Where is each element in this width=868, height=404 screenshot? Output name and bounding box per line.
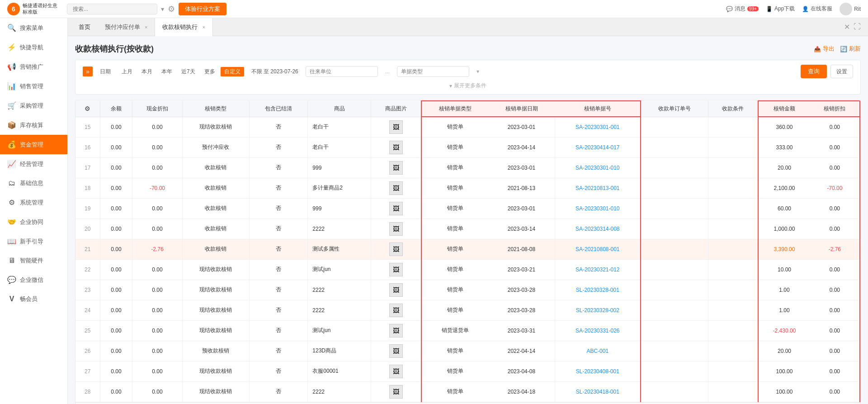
table-row: 25 0.00 0.00 现结收款核销 否 测试jun 🖼 销货退货单 2023… (75, 320, 860, 341)
sidebar-item-finance[interactable]: 💰 资金管理 (0, 135, 67, 154)
voucher-no-cell[interactable]: SA-20230301-001 (555, 117, 641, 137)
receipt-no-cell (641, 117, 708, 137)
col-discount: 核销折扣 (810, 101, 860, 117)
date-option-last-month[interactable]: 上月 (118, 67, 136, 76)
date-option-7days[interactable]: 近7天 (178, 67, 199, 76)
voucher-no-cell[interactable]: SL-20230328-002 (555, 300, 641, 320)
included-cell: 否 (250, 300, 308, 320)
included-cell: 否 (250, 320, 308, 341)
date-options: 上月 本月 本年 近7天 更多 自定义 (118, 67, 244, 76)
maximize-icon[interactable]: ⛶ (854, 23, 861, 31)
sidebar-item-search[interactable]: 🔍 搜索菜单 (0, 18, 67, 38)
row-id: 21 (75, 239, 100, 259)
table-row: 24 0.00 0.00 现结收款核销 否 2222 🖼 销货单 2023-03… (75, 300, 860, 320)
voucher-no-cell[interactable]: SA-20230414-017 (555, 137, 641, 157)
voucher-no-cell[interactable]: SA-20230301-010 (555, 198, 641, 219)
row-id: 19 (75, 198, 100, 219)
goods-cell: 999 (308, 198, 371, 219)
page-title: 收款核销执行(按收款) (75, 43, 154, 54)
search-input[interactable] (67, 4, 157, 14)
sidebar-item-system[interactable]: ⚙ 系统管理 (0, 193, 67, 212)
expand-more-btn[interactable]: ▾ 展开更多条件 (449, 82, 486, 90)
sidebar-item-wechat[interactable]: 💬 企业微信 (0, 270, 67, 290)
receipt-cond-cell (708, 157, 758, 178)
col-voucher-type: 核销单据类型 (421, 101, 488, 117)
voucher-no-cell[interactable]: SA-20230314-008 (555, 219, 641, 239)
table-row: 22 0.00 0.00 现结收款核销 否 测试jun 🖼 销货单 2023-0… (75, 259, 860, 280)
balance-cell: 0.00 (100, 320, 132, 341)
col-type: 核销类型 (182, 101, 249, 117)
dropdown-icon[interactable]: ▾ (161, 5, 164, 13)
filter-expand-btn[interactable]: » (83, 67, 93, 76)
voucher-no-cell[interactable]: SA-20230321-012 (555, 259, 641, 280)
partner-input[interactable] (306, 66, 378, 77)
voucher-no-cell[interactable]: SA-20210808-001 (555, 239, 641, 259)
voucher-no-cell[interactable]: SA-20230331-026 (555, 320, 641, 341)
industry-btn[interactable]: 体验行业方案 (179, 3, 226, 15)
sidebar-item-enterprise[interactable]: 🤝 企业协同 (0, 212, 67, 232)
export-btn[interactable]: 📤 导出 (814, 45, 835, 53)
voucher-date-cell: 2023-03-01 (488, 157, 555, 178)
partner-dots: ... (385, 68, 390, 75)
voucher-no-cell[interactable]: SA-20230301-010 (555, 157, 641, 178)
voucher-no-cell[interactable]: SL-20230328-001 (555, 280, 641, 300)
chevron-down-icon: ▾ (449, 83, 452, 89)
date-option-more[interactable]: 更多 (201, 67, 219, 76)
sidebar-item-business[interactable]: 📈 经营管理 (0, 154, 67, 174)
close-window-icon[interactable]: ✕ (844, 23, 850, 31)
dropdown-arrow-icon: ▾ (476, 68, 479, 75)
sidebar-item-quick-nav[interactable]: ⚡ 快捷导航 (0, 38, 67, 57)
sidebar-item-marketing[interactable]: 📢 营销推广 (0, 57, 67, 76)
main-layout: 🔍 搜索菜单 ⚡ 快捷导航 📢 营销推广 📊 销售管理 🛒 采购管理 📦 库存核… (0, 18, 868, 404)
online-service-btn[interactable]: 👤 在线客服 (802, 5, 832, 13)
type-cell: 现结收款核销 (182, 300, 249, 320)
col-receipt-cond: 收款条件 (708, 101, 758, 117)
discount-cell: 0.00 (810, 117, 860, 137)
balance-cell: 0.00 (100, 137, 132, 157)
voucher-no-cell[interactable]: SA-20210813-001 (555, 178, 641, 198)
close-tab1-icon[interactable]: × (145, 24, 147, 30)
date-option-this-month[interactable]: 本月 (138, 67, 156, 76)
goods-cell: 2222 (308, 219, 371, 239)
query-btn[interactable]: 查询 (801, 65, 827, 78)
refresh-btn[interactable]: 🔄 刷新 (840, 45, 861, 53)
date-option-this-year[interactable]: 本年 (158, 67, 176, 76)
voucher-type-cell: 销货单 (421, 137, 488, 157)
sidebar-item-member[interactable]: V 畅会员 (0, 290, 67, 309)
settings-icon[interactable]: ⚙ (168, 4, 175, 14)
col-goods-img: 商品图片 (371, 101, 421, 117)
settings-btn[interactable]: 设置 (830, 65, 853, 78)
user-info[interactable]: Rit (840, 3, 861, 15)
date-custom-btn[interactable]: 自定义 (221, 67, 244, 76)
sidebar-item-sales[interactable]: 📊 销售管理 (0, 76, 67, 96)
tab-home[interactable]: 首页 (71, 18, 98, 36)
tab-receipt-verify[interactable]: 收款核销执行 × (155, 18, 212, 36)
amount-cell: 60.00 (758, 198, 810, 219)
money-icon: 💰 (7, 140, 16, 149)
sidebar-item-purchase[interactable]: 🛒 采购管理 (0, 96, 67, 115)
close-tab2-icon[interactable]: × (202, 24, 205, 30)
cash-discount-cell: 0.00 (132, 117, 182, 137)
sidebar-item-guide[interactable]: 📖 新手引导 (0, 232, 67, 251)
sidebar-item-inventory[interactable]: 📦 库存核算 (0, 115, 67, 135)
voucher-type-cell: 销货单 (421, 300, 488, 320)
gear-icon: ⚙ (7, 198, 16, 207)
logo-icon: 6 (7, 3, 20, 15)
voucher-no-cell[interactable]: ABC-001 (555, 341, 641, 361)
sidebar-item-basic-info[interactable]: 🗂 基础信息 (0, 174, 67, 193)
tab-prepay[interactable]: 预付冲应付单 × (98, 18, 155, 36)
voucher-date-cell: 2023-03-31 (488, 320, 555, 341)
voucher-type-cell: 销货单 (421, 219, 488, 239)
table-row: 17 0.00 0.00 收款核销 否 999 🖼 销货单 2023-03-01… (75, 157, 860, 178)
table-row: 21 0.00 -2.76 收款核销 否 测试多属性 🖼 销货单 2021-08… (75, 239, 860, 259)
voucher-no-cell[interactable]: SL-20230408-001 (555, 361, 641, 381)
balance-cell: 0.00 (100, 157, 132, 178)
sidebar-item-hardware[interactable]: 🖥 智能硬件 (0, 251, 67, 270)
col-gear[interactable]: ⚙ (75, 101, 100, 117)
amount-cell: 3,390.00 (758, 239, 810, 259)
voucher-no-cell[interactable]: SL-20230418-001 (555, 381, 641, 402)
voucher-type-input[interactable] (397, 66, 469, 77)
app-download-btn[interactable]: 📱 App下载 (766, 5, 795, 13)
messages-btn[interactable]: 💬 消息 99+ (726, 5, 759, 13)
amount-cell: 10.00 (758, 259, 810, 280)
